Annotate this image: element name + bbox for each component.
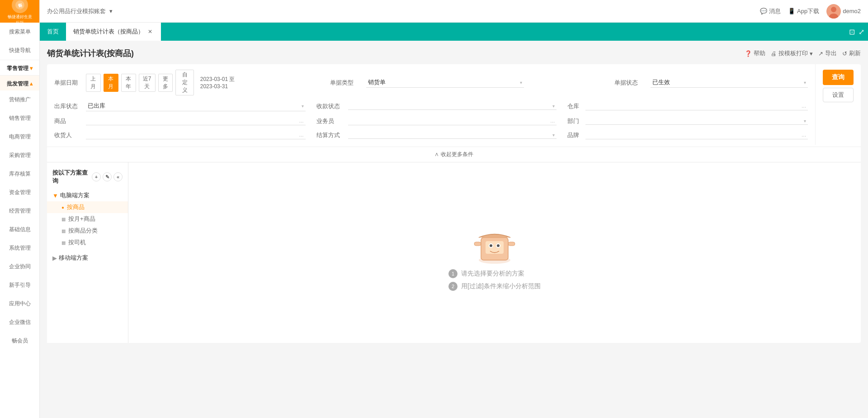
scheme-item-2[interactable]: ▦ 按商品分类 [47,225,128,237]
top-section: 单据日期 上月 本月 本年 近7天 更多 自定义 2023-03-01 至 20… [47,64,861,343]
last-month-btn[interactable]: 上月 [86,74,101,92]
more-btn[interactable]: 更多 [158,74,173,92]
setting-btn[interactable]: 设置 [823,88,854,102]
sidebar-item-sales[interactable]: 销售管理 [0,109,39,128]
receiver-cell: 收货人 ... [54,131,306,139]
scheme-pc-group-title[interactable]: ▼ 电脑端方案 [47,190,128,201]
filter-date-row: 单据日期 上月 本月 本年 近7天 更多 自定义 2023-03-01 至 20… [54,70,808,95]
date-label: 单据日期 [54,79,86,87]
sidebar-section-wholesale[interactable]: 批发管理 ▴ [0,75,39,90]
workspace-dropdown[interactable]: ▾ [109,8,113,14]
scheme-edit-btn[interactable]: ✎ [103,172,112,181]
sidebar-item-basic[interactable]: 基础信息 [0,220,39,239]
sidebar-item-collab[interactable]: 企业协同 [0,257,39,276]
sidebar-item-newbie[interactable]: 新手引导 [0,276,39,294]
export-icon: ↗ [818,50,823,57]
receiptstatus-dropdown-icon: ▾ [552,104,555,109]
svg-point-11 [497,244,500,247]
sidebar-item-member[interactable]: 畅会员 [0,332,39,350]
sidebar-item-wechat[interactable]: 企业微信 [0,313,39,332]
scheme-pc-group: ▼ 电脑端方案 ● 按商品 ▦ 按月+商品 ▦ [47,188,128,250]
receiptstatus-control[interactable]: ▾ [348,103,557,110]
filter-row2: 出库状态 已出库 ▾ 收款状态 ▾ [54,101,808,111]
scheme-item-1[interactable]: ▦ 按月+商品 [47,213,128,225]
page-actions: ❓ 帮助 🖨 按模板打印 ▾ ↗ 导出 ↺ 刷新 [745,49,861,57]
svg-point-3 [831,7,836,12]
scheme-item-label-2: 按商品分类 [68,227,98,235]
this-month-btn[interactable]: 本月 [104,74,118,92]
scheme-pc-arrow: ▼ [52,192,58,199]
download-icon: 📱 [788,8,795,14]
maximize-icon[interactable]: ⤢ [859,28,864,36]
tab-active[interactable]: 销货单统计计表（按商品） ✕ [66,23,161,41]
filter-row4: 收货人 ... 结算方式 ▾ [54,131,808,139]
sidebar-item-finance[interactable]: 资金管理 [0,183,39,202]
restore-icon[interactable]: ⊡ [849,28,855,36]
custom-btn[interactable]: 自定义 [175,70,193,95]
sidebar-item-system[interactable]: 系统管理 [0,239,39,257]
docstatus-value: 已生效 [652,78,804,86]
payment-control[interactable]: ▾ [348,132,557,139]
warehouse-dots: ... [802,103,806,109]
sidebar-item-purchase[interactable]: 采购管理 [0,146,39,165]
empty-illustration [467,215,522,269]
scheme-item-icon-0: ● [61,205,64,210]
scheme-add-btn[interactable]: + [92,172,101,181]
scheme-mobile-label: 移动端方案 [59,254,88,262]
scheme-item-0[interactable]: ● 按商品 [47,201,128,213]
last7days-btn[interactable]: 近7天 [139,74,156,92]
brand-control[interactable]: ... [585,131,808,139]
workspace-title: 办公用品行业模拟账套 [47,7,106,15]
collapse-bar[interactable]: ∧ 收起更多条件 [47,147,861,162]
export-btn[interactable]: ↗ 导出 [818,49,837,57]
scheme-header-label: 按以下方案查询 [52,169,92,185]
app-download-btn[interactable]: 📱 App下载 [788,7,819,15]
doctype-control[interactable]: 销货单 ▾ [366,77,524,88]
sidebar-item-ecommerce[interactable]: 电商管理 [0,128,39,146]
outstatus-dropdown-icon: ▾ [302,104,304,109]
salesman-cell: 业务员 ... [306,117,557,125]
app-download-label: App下载 [797,7,819,15]
dept-control[interactable]: ▾ [585,118,808,125]
scheme-mobile-group-title[interactable]: ▶ 移动端方案 [47,252,128,264]
print-dropdown-icon: ▾ [810,50,813,57]
message-btn[interactable]: 💬 消息 [760,7,781,15]
warehouse-control[interactable]: ... [585,102,808,110]
scheme-collapse-btn[interactable]: « [113,172,123,181]
scheme-item-label-3: 按司机 [68,238,86,247]
sidebar-item-operations[interactable]: 经营管理 [0,202,39,220]
scheme-mobile-group: ▶ 移动端方案 [47,250,128,266]
outstatus-control[interactable]: 已出库 ▾ [86,101,306,111]
query-btn[interactable]: 查询 [823,70,854,85]
empty-tip-1: 1 请先选择要分析的方案 [448,269,541,278]
sidebar-item-marketing[interactable]: 营销推广 [0,90,39,109]
svg-rect-13 [508,242,515,246]
refresh-btn[interactable]: ↺ 刷新 [842,49,861,57]
sidebar-section-retail[interactable]: 零售管理 ▾ [0,60,39,75]
help-btn[interactable]: ❓ 帮助 [745,49,765,57]
goods-control[interactable]: ... [86,117,306,125]
sidebar-item-quicknav[interactable]: 快捷导航 [0,41,39,60]
sidebar-item-appcenter[interactable]: 应用中心 [0,294,39,313]
empty-tip-2: 2 用[过滤]条件来缩小分析范围 [448,282,541,291]
user-avatar-btn[interactable]: demo2 [826,4,861,19]
brand-cell: 品牌 ... [557,131,808,139]
receiptstatus-cell: 收款状态 ▾ [306,101,557,111]
tab-home[interactable]: 首页 [40,23,66,41]
tabbar: 首页 销货单统计计表（按商品） ✕ ⊡ ⤢ [40,23,868,41]
refresh-label: 刷新 [849,49,861,57]
tab-close-btn[interactable]: ✕ [146,28,154,35]
this-year-btn[interactable]: 本年 [121,74,136,92]
template-print-btn[interactable]: 🖨 按模板打印 ▾ [771,49,813,57]
salesman-control[interactable]: ... [348,117,557,125]
dept-label: 部门 [567,117,585,125]
docstatus-control[interactable]: 已生效 ▾ [651,77,808,88]
scheme-item-3[interactable]: ▦ 按司机 [47,237,128,248]
sidebar-item-inventory[interactable]: 库存核算 [0,165,39,183]
receiver-control[interactable]: ... [86,131,306,139]
help-icon: ❓ [745,50,752,57]
docstatus-label: 单据状态 [614,79,651,87]
scheme-item-icon-1: ▦ [61,217,66,222]
dept-cell: 部门 ▾ [557,117,808,125]
sidebar-item-search[interactable]: 搜索菜单 [0,23,39,41]
